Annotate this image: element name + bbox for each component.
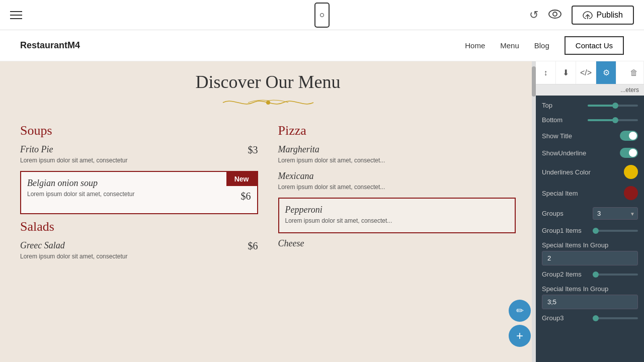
top-slider-row: Top [542,102,638,109]
top-slider[interactable] [588,105,638,107]
special-item-belgian-soup: New Belgian onion soup Lorem ipsum dolor… [20,171,258,214]
preview-icon[interactable] [548,9,561,22]
download-icon-btn[interactable]: ⬇ [556,61,576,84]
site-content: Discover Our Menu Soups Frito Pie [0,61,536,362]
settings-icon-btn[interactable]: ⚙ [596,61,616,84]
top-label: Top [542,102,552,109]
top-toolbar: ↺ Publish [0,0,644,30]
undo-icon[interactable]: ↺ [529,9,538,22]
edit-icon: ✏ [516,305,524,316]
nav-blog[interactable]: Blog [534,41,549,50]
group2-slider-thumb[interactable] [593,272,599,278]
add-float-button[interactable]: + [509,325,531,347]
menu-item-cheese: Cheese [278,238,516,251]
special-item-color-dot[interactable] [624,186,638,200]
item-name-greec-salad: Greec Salad [20,240,127,251]
toolbar-left [10,11,22,19]
hamburger-icon[interactable] [10,11,22,19]
site-logo: RestaurantM4 [20,40,80,51]
group2-special-label: Special Items In Group [542,285,638,293]
group2-special-input[interactable]: 3;5 [542,295,638,309]
item-desc-belgian-soup: Lorem ipsum dolor sit amet, consectetur [27,191,134,198]
menu-item-greec-salad: Greec Salad Lorem ipsum dolor sit amet, … [20,240,258,262]
publish-label: Publish [597,11,623,20]
show-underline-toggle-knob [629,149,637,157]
special-item-row: Special Item [542,186,638,200]
nav-home[interactable]: Home [465,41,485,50]
group1-slider-thumb[interactable] [593,228,599,234]
menu-divider [20,95,516,113]
show-title-toggle-knob [629,132,637,140]
site-nav-links: Home Menu Blog Contact Us [465,36,624,55]
item-desc-mexicana: Lorem ipsum dolor sit amet, consectet... [278,184,385,191]
group2-special-items-row: Special Items In Group 3;5 [542,285,638,309]
menu-columns: Soups Frito Pie Lorem ipsum dolor sit am… [20,123,516,267]
scrollbar-thumb[interactable] [532,66,536,97]
group1-special-label: Special Items In Group [542,241,638,249]
groups-row: Groups 3 1 2 4 5 [542,207,638,220]
item-desc-pepperoni: Lorem ipsum dolor sit amet, consectet... [285,217,509,224]
toolbar-center [314,3,330,28]
underlines-color-label: Underlines Color [542,168,591,176]
salads-category: Salads [20,219,258,234]
item-price-belgian-soup: $6 [241,191,251,202]
underlines-color-row: Underlines Color [542,165,638,179]
item-name-mexicana: Mexicana [278,171,385,182]
item-desc-greec-salad: Lorem ipsum dolor sit amet, consectetur [20,253,127,260]
delete-icon-btn[interactable]: 🗑 [624,61,644,84]
group1-special-input[interactable]: 2 [542,251,638,265]
group3-slider-thumb[interactable] [593,315,599,321]
show-title-row: Show Title [542,131,638,141]
bottom-label: Bottom [542,116,562,124]
svg-point-0 [549,10,561,18]
contact-button[interactable]: Contact Us [565,36,624,55]
menu-section: Discover Our Menu Soups Frito Pie [0,61,536,277]
bottom-slider[interactable] [588,119,638,121]
pizza-category: Pizza [278,123,516,138]
special-item-pepperoni: Pepperoni Lorem ipsum dolor sit amet, co… [278,198,516,233]
group2-items-label: Group2 Items [542,270,582,278]
group2-items-row: Group2 Items [542,270,638,278]
salads-section: Salads Greec Salad Lorem ipsum dolor sit… [20,219,258,262]
groups-select[interactable]: 3 1 2 4 5 [593,207,638,220]
bottom-slider-fill [588,119,615,121]
show-underline-label: ShowUnderline [542,149,586,157]
edit-float-button[interactable]: ✏ [509,300,531,322]
item-name-frito-pie: Frito Pie [20,144,127,155]
soups-category: Soups [20,123,258,138]
right-column: Pizza Margherita Lorem ipsum dolor sit a… [278,123,516,267]
item-name-cheese: Cheese [278,238,304,249]
item-price-greec-salad: $6 [248,240,258,252]
group3-label: Group3 [542,314,564,322]
site-nav: RestaurantM4 Home Menu Blog Contact Us [0,30,644,61]
bottom-slider-thumb[interactable] [612,117,618,123]
group3-slider[interactable] [593,317,638,319]
show-underline-toggle[interactable] [620,148,638,158]
groups-label: Groups [542,210,564,217]
toolbar-right: ↺ Publish [529,6,634,25]
panel-icon-bar: ↕ ⬇ </> ⚙ 🗑 [536,61,644,84]
item-price-frito-pie: $3 [248,144,258,156]
show-title-toggle[interactable] [620,131,638,141]
underlines-color-dot[interactable] [624,165,638,179]
top-slider-thumb[interactable] [612,103,618,109]
show-title-label: Show Title [542,132,572,140]
group2-slider[interactable] [593,274,638,276]
phone-device-icon[interactable] [314,3,330,28]
group3-row: Group3 [542,314,638,322]
parameters-label: ...eters [536,84,644,96]
scrollbar[interactable] [532,61,536,362]
special-item-label: Special Item [542,190,578,197]
move-icon-btn[interactable]: ↕ [536,61,556,84]
settings-panel: ↕ ⬇ </> ⚙ 🗑 ...eters Top Bottom [536,61,644,362]
show-underline-row: ShowUnderline [542,148,638,158]
nav-menu[interactable]: Menu [500,41,519,50]
svg-point-1 [553,12,557,16]
code-icon-btn[interactable]: </> [576,61,596,84]
left-column: Soups Frito Pie Lorem ipsum dolor sit am… [20,123,258,267]
group1-slider[interactable] [593,230,638,232]
item-desc-margherita: Lorem ipsum dolor sit amet, consectet... [278,157,385,164]
main-area: Discover Our Menu Soups Frito Pie [0,61,644,362]
group1-items-row: Group1 Items [542,227,638,234]
publish-button[interactable]: Publish [572,6,634,25]
